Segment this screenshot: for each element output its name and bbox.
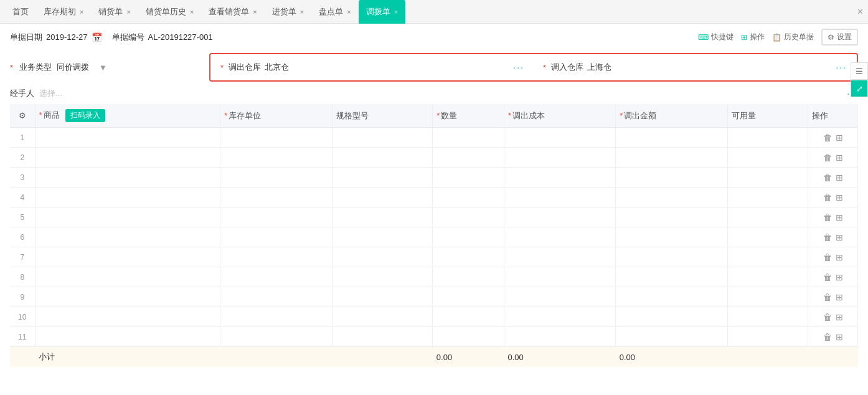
row-available[interactable] bbox=[727, 247, 808, 267]
copy-icon[interactable]: ⊞ bbox=[836, 193, 843, 202]
row-qty[interactable] bbox=[433, 148, 504, 168]
row-spec[interactable] bbox=[332, 267, 433, 287]
delete-icon[interactable]: 🗑 bbox=[823, 272, 832, 282]
close-tab-stocktake[interactable]: × bbox=[347, 8, 351, 16]
row-available[interactable] bbox=[727, 168, 808, 188]
row-product[interactable] bbox=[35, 148, 220, 168]
biz-type-dropdown[interactable]: ▼ bbox=[99, 63, 107, 72]
close-tab-sales-history[interactable]: × bbox=[190, 8, 194, 16]
handler-input[interactable]: 选择... bbox=[39, 88, 62, 99]
row-product[interactable] bbox=[35, 188, 220, 207]
row-unit[interactable] bbox=[220, 227, 332, 247]
row-cost[interactable] bbox=[504, 168, 615, 188]
row-qty[interactable] bbox=[433, 207, 504, 227]
row-spec[interactable] bbox=[332, 227, 433, 247]
row-product[interactable] bbox=[35, 307, 220, 327]
row-cost[interactable] bbox=[504, 227, 615, 247]
transfer-in-value[interactable]: 上海仓 bbox=[587, 62, 611, 73]
row-spec[interactable] bbox=[332, 207, 433, 227]
row-available[interactable] bbox=[727, 227, 808, 247]
date-value[interactable]: 2019-12-27 bbox=[46, 32, 88, 42]
row-qty[interactable] bbox=[433, 327, 504, 347]
row-available[interactable] bbox=[727, 207, 808, 227]
row-unit[interactable] bbox=[220, 247, 332, 267]
quick-key-action[interactable]: ⌨ 快捷键 bbox=[698, 32, 734, 42]
row-spec[interactable] bbox=[332, 287, 433, 307]
delete-icon[interactable]: 🗑 bbox=[823, 332, 832, 342]
tab-sales-history[interactable]: 销货单历史 × bbox=[138, 0, 201, 24]
delete-icon[interactable]: 🗑 bbox=[823, 232, 832, 242]
row-unit[interactable] bbox=[220, 128, 332, 148]
copy-icon[interactable]: ⊞ bbox=[836, 312, 843, 322]
row-available[interactable] bbox=[727, 128, 808, 148]
close-all-tabs-button[interactable]: × bbox=[857, 6, 863, 17]
row-product[interactable] bbox=[35, 168, 220, 188]
row-product[interactable] bbox=[35, 327, 220, 347]
row-cost[interactable] bbox=[504, 267, 615, 287]
row-qty[interactable] bbox=[433, 128, 504, 148]
row-spec[interactable] bbox=[332, 148, 433, 168]
row-spec[interactable] bbox=[332, 247, 433, 267]
right-panel-expand-btn[interactable]: ⤢ bbox=[851, 80, 868, 97]
row-spec[interactable] bbox=[332, 307, 433, 327]
close-tab-transfer[interactable]: × bbox=[394, 8, 398, 16]
row-available[interactable] bbox=[727, 307, 808, 327]
row-cost[interactable] bbox=[504, 128, 615, 148]
row-unit[interactable] bbox=[220, 327, 332, 347]
tab-home[interactable]: 首页 bbox=[5, 0, 36, 24]
row-amount[interactable] bbox=[616, 227, 727, 247]
row-cost[interactable] bbox=[504, 287, 615, 307]
row-unit[interactable] bbox=[220, 148, 332, 168]
row-qty[interactable] bbox=[433, 188, 504, 207]
delete-icon[interactable]: 🗑 bbox=[823, 153, 832, 163]
row-product[interactable] bbox=[35, 207, 220, 227]
gear-icon[interactable]: ⚙ bbox=[19, 111, 26, 120]
row-amount[interactable] bbox=[616, 267, 727, 287]
row-qty[interactable] bbox=[433, 168, 504, 188]
operation-action[interactable]: ⊞ 操作 bbox=[741, 32, 765, 42]
row-amount[interactable] bbox=[616, 307, 727, 327]
right-panel-list-btn[interactable]: ☰ bbox=[851, 62, 868, 80]
row-cost[interactable] bbox=[504, 207, 615, 227]
row-spec[interactable] bbox=[332, 188, 433, 207]
tab-transfer[interactable]: 调拨单 × bbox=[359, 0, 405, 24]
history-action[interactable]: 📋 历史单据 bbox=[772, 32, 814, 42]
row-qty[interactable] bbox=[433, 247, 504, 267]
row-unit[interactable] bbox=[220, 307, 332, 327]
close-tab-purchase[interactable]: × bbox=[300, 8, 304, 16]
row-amount[interactable] bbox=[616, 207, 727, 227]
copy-icon[interactable]: ⊞ bbox=[836, 332, 843, 342]
row-cost[interactable] bbox=[504, 327, 615, 347]
row-qty[interactable] bbox=[433, 307, 504, 327]
copy-icon[interactable]: ⊞ bbox=[836, 212, 843, 222]
tab-inventory-init[interactable]: 库存期初 × bbox=[36, 0, 91, 24]
row-qty[interactable] bbox=[433, 287, 504, 307]
row-available[interactable] bbox=[727, 327, 808, 347]
transfer-out-value[interactable]: 北京仓 bbox=[265, 62, 289, 73]
row-spec[interactable] bbox=[332, 168, 433, 188]
tab-purchase[interactable]: 进货单 × bbox=[265, 0, 311, 24]
delete-icon[interactable]: 🗑 bbox=[823, 212, 832, 222]
row-product[interactable] bbox=[35, 267, 220, 287]
tab-sales-order[interactable]: 销货单 × bbox=[91, 0, 138, 24]
close-tab-sales-order[interactable]: × bbox=[126, 8, 130, 16]
tab-stocktake[interactable]: 盘点单 × bbox=[311, 0, 358, 24]
row-qty[interactable] bbox=[433, 227, 504, 247]
row-cost[interactable] bbox=[504, 247, 615, 267]
delete-icon[interactable]: 🗑 bbox=[823, 312, 832, 322]
delete-icon[interactable]: 🗑 bbox=[823, 133, 832, 143]
row-unit[interactable] bbox=[220, 207, 332, 227]
row-amount[interactable] bbox=[616, 247, 727, 267]
row-unit[interactable] bbox=[220, 188, 332, 207]
copy-icon[interactable]: ⊞ bbox=[836, 252, 843, 262]
gear-col-header[interactable]: ⚙ bbox=[10, 104, 35, 128]
row-available[interactable] bbox=[727, 267, 808, 287]
row-amount[interactable] bbox=[616, 148, 727, 168]
copy-icon[interactable]: ⊞ bbox=[836, 153, 843, 163]
transfer-out-more[interactable]: ··· bbox=[513, 62, 524, 72]
calendar-icon[interactable]: 📅 bbox=[92, 32, 102, 42]
row-cost[interactable] bbox=[504, 148, 615, 168]
copy-icon[interactable]: ⊞ bbox=[836, 133, 843, 143]
copy-icon[interactable]: ⊞ bbox=[836, 232, 843, 242]
row-unit[interactable] bbox=[220, 267, 332, 287]
